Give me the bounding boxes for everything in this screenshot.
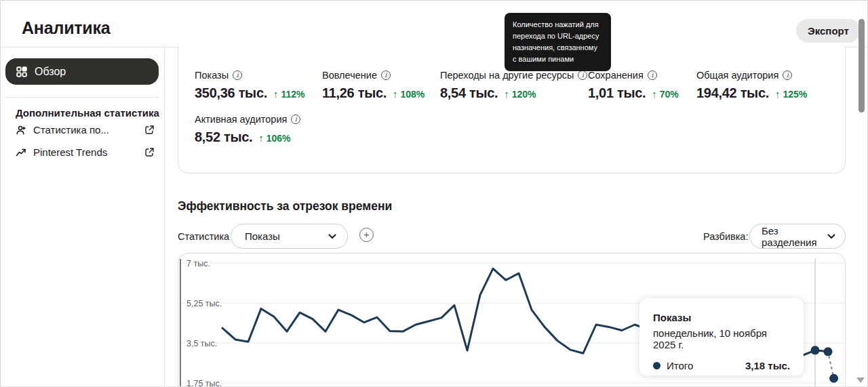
- stat-delta: ↑ 125%: [775, 88, 807, 100]
- chart-tooltip-metric: Показы: [653, 312, 790, 323]
- chart-tooltip-series: Итого: [667, 360, 745, 371]
- scrollbar-thumb[interactable]: [859, 19, 865, 113]
- info-icon[interactable]: i: [233, 70, 242, 80]
- export-button[interactable]: Экспорт: [796, 19, 861, 43]
- dashboard-grid-icon: [16, 66, 27, 77]
- info-icon[interactable]: i: [291, 115, 300, 124]
- stat-delta: ↑ 106%: [258, 132, 290, 144]
- stat-value: 194,42 тыс.: [696, 85, 769, 101]
- sidebar-divider: [5, 97, 159, 98]
- arrow-up-icon: ↑: [273, 88, 279, 100]
- sidebar-section-heading: Дополнительная статистика: [16, 107, 164, 119]
- stat-engaged-audience: Активная аудиторияi 8,52 тыс.↑ 106%: [195, 114, 300, 145]
- info-icon[interactable]: i: [648, 70, 657, 80]
- statistic-select-value: Показы: [245, 230, 280, 242]
- scrollbar-down-arrow-icon[interactable]: [856, 378, 865, 383]
- chart-tooltip-date: понедельник, 10 ноября 2025 г.: [653, 327, 790, 350]
- chart-tooltip-value: 3,18 тыс.: [745, 360, 790, 371]
- info-icon[interactable]: i: [578, 70, 587, 80]
- sidebar-item-label: Обзор: [35, 66, 66, 78]
- stat-label: Переходы на другие ресурсы: [440, 70, 574, 81]
- chevron-down-icon: [328, 234, 336, 239]
- stat-outbound-clicks: Переходы на другие ресурсыi 8,54 тыс.↑ 1…: [440, 70, 587, 101]
- split-select-label: Разбивка:: [703, 231, 748, 242]
- stat-label: Общая аудитория: [696, 70, 778, 81]
- svg-text:5,25 тыс.: 5,25 тыс.: [186, 299, 222, 308]
- chart-tooltip-row: Итого 3,18 тыс.: [653, 360, 790, 371]
- stat-delta: ↑ 112%: [273, 88, 304, 100]
- stat-value: 1,01 тыс.: [588, 85, 646, 101]
- audience-icon: [16, 125, 26, 136]
- stat-label: Сохранения: [588, 70, 644, 81]
- svg-text:1,75 тыс.: 1,75 тыс.: [186, 379, 222, 387]
- metric-info-tooltip: Количество нажатий для перехода по URL-а…: [505, 13, 611, 71]
- series-dot-icon: [653, 362, 660, 369]
- arrow-up-icon: ↑: [393, 88, 398, 100]
- arrow-up-icon: ↑: [504, 88, 509, 100]
- section-title-performance: Эффективность за отрезок времени: [178, 199, 392, 213]
- stat-delta: ↑ 120%: [504, 88, 536, 100]
- arrow-up-icon: ↑: [775, 88, 781, 100]
- stat-value: 8,54 тыс.: [440, 85, 498, 101]
- stat-delta: ↑ 70%: [652, 88, 678, 100]
- arrow-up-icon: ↑: [258, 132, 264, 144]
- stat-value: 11,26 тыс.: [322, 85, 387, 101]
- page-title: Аналитика: [22, 18, 111, 38]
- chevron-down-icon: [827, 234, 835, 239]
- trend-icon: [16, 147, 26, 158]
- stat-delta: ↑ 108%: [393, 88, 425, 100]
- stat-engagement: Вовлечениеi 11,26 тыс.↑ 108%: [322, 70, 425, 101]
- stat-value: 350,36 тыс.: [195, 85, 267, 101]
- chart-hover-tooltip: Показы понедельник, 10 ноября 2025 г. Ит…: [639, 298, 804, 375]
- sidebar-link-label: Pinterest Trends: [33, 146, 107, 158]
- stat-saves: Сохраненияi 1,01 тыс.↑ 70%: [588, 70, 679, 101]
- split-select[interactable]: Без разделения: [749, 224, 846, 249]
- split-select-value: Без разделения: [762, 225, 827, 248]
- sidebar-link-label: Статистика по...: [33, 124, 109, 136]
- sidebar-item-audience-stats[interactable]: Статистика по...: [16, 119, 155, 141]
- info-icon[interactable]: i: [783, 70, 792, 80]
- sidebar: Обзор Дополнительная статистика Статисти…: [0, 47, 165, 387]
- stat-label: Показы: [195, 70, 229, 81]
- arrow-up-icon: ↑: [652, 88, 657, 100]
- external-link-icon: [144, 125, 155, 135]
- svg-text:3,5 тыс.: 3,5 тыс.: [186, 339, 217, 348]
- statistic-select[interactable]: Показы: [231, 224, 348, 249]
- external-link-icon: [144, 147, 155, 157]
- sidebar-item-overview[interactable]: Обзор: [5, 58, 159, 85]
- svg-text:7 тыс.: 7 тыс.: [186, 259, 210, 268]
- stat-impressions: Показыi 350,36 тыс.↑ 112%: [195, 70, 304, 101]
- stat-value: 8,52 тыс.: [195, 129, 252, 145]
- stat-label: Активная аудитория: [195, 114, 287, 125]
- sidebar-item-pinterest-trends[interactable]: Pinterest Trends: [16, 141, 155, 163]
- info-icon[interactable]: i: [381, 70, 391, 80]
- stat-total-audience: Общая аудиторияi 194,42 тыс.↑ 125%: [696, 70, 807, 101]
- stat-label: Вовлечение: [322, 70, 377, 81]
- statistic-select-label: Статистика: [178, 231, 229, 242]
- add-metric-button[interactable]: +: [359, 228, 374, 242]
